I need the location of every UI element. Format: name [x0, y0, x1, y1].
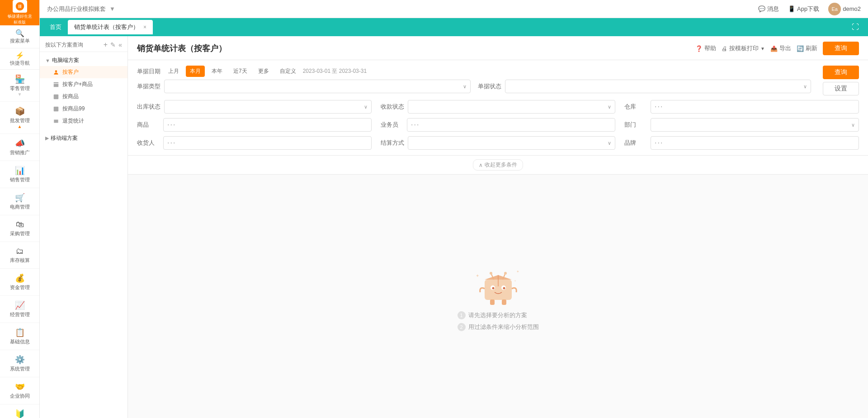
scheme-item-customer[interactable]: 按客户: [40, 66, 127, 78]
svg-point-10: [490, 272, 492, 275]
query-btn[interactable]: 查询: [823, 66, 859, 79]
receipt-status-label: 收款状态: [381, 103, 404, 111]
collapse-label: 收起更多条件: [485, 161, 517, 169]
right-content: 销货单统计表（按客户） ❓ 帮助 🖨 按模板打印 ▼ 📤 导出: [128, 36, 868, 418]
order-status-chevron: ∨: [803, 84, 807, 90]
app-version: 标准版: [14, 19, 26, 25]
brand-control[interactable]: ···: [651, 136, 859, 150]
scheme-group-mobile-label: 移动端方案: [51, 134, 78, 142]
export-btn[interactable]: 📤 导出: [770, 44, 791, 52]
sidebar-item-purchase[interactable]: 🛍 采购管理: [0, 215, 39, 242]
sidebar-item-operations[interactable]: 📈 经营管理: [0, 296, 39, 323]
svg-rect-13: [490, 299, 495, 305]
scheme-item-goods99[interactable]: 按商品99: [40, 103, 127, 115]
arrow-down-icon: ▼: [45, 58, 50, 63]
app-logo: 畅捷通好生意 标准版: [0, 0, 40, 25]
sidebar-item-basic-info[interactable]: 📋 基础信息: [0, 323, 39, 350]
user-profile-btn[interactable]: Ea demo2: [828, 3, 861, 15]
goods-icon: [52, 93, 60, 100]
wholesale-icon: 📦: [15, 106, 25, 116]
date-btn-last-month[interactable]: 上月: [164, 66, 183, 77]
filter-area: 单据日期 上月 本月 本年 近7天 更多 自定义 2023-03-01 至 20…: [128, 60, 868, 156]
svg-text:✦: ✦: [514, 280, 516, 282]
recipient-filter: 收货人 ···: [137, 136, 372, 150]
sidebar-item-label: 销售管理: [10, 176, 30, 183]
date-btn-more[interactable]: 更多: [254, 66, 273, 77]
order-type-filter: 单据类型 ∨: [137, 80, 471, 93]
app-download-btn[interactable]: 📱 App下载: [788, 5, 819, 13]
scheme-group-desktop-header[interactable]: ▼ 电脑端方案: [40, 55, 127, 66]
payment-chevron: ∨: [608, 140, 611, 146]
page-title: 销货单统计表（按客户）: [137, 43, 226, 54]
scheme-collapse-btn[interactable]: «: [118, 41, 122, 48]
sidebar-item-label: 零售管理: [10, 85, 30, 92]
payment-control[interactable]: ∨: [408, 136, 615, 150]
sidebar-item-label: 营销推广: [10, 149, 30, 156]
help-icon: ❓: [695, 45, 703, 52]
sidebar-item-collab[interactable]: 🤝 企业协同: [0, 377, 39, 404]
warehouse-control[interactable]: ···: [651, 100, 859, 114]
out-status-label: 出库状态: [137, 103, 160, 111]
quick-nav-label: 快捷导航: [0, 60, 39, 66]
quick-nav-btn[interactable]: ⚡ 快捷导航: [0, 48, 39, 70]
message-btn[interactable]: 💬 消息: [758, 5, 779, 13]
sidebar-item-finance[interactable]: 💰 资金管理: [0, 269, 39, 296]
sidebar-item-label: 企业协同: [10, 393, 30, 399]
order-status-control[interactable]: ∨: [505, 80, 811, 93]
scheme-item-customer-goods[interactable]: 按客户+商品: [40, 78, 127, 90]
scheme-item-return[interactable]: 退货统计: [40, 115, 127, 127]
tab-home-label: 首页: [50, 23, 61, 31]
date-btn-last-7days[interactable]: 近7天: [229, 66, 251, 77]
sidebar-item-newbie[interactable]: 🔰 新手引导: [0, 404, 39, 418]
filter-row-2: 出库状态 ∨ 收款状态 ∨ 仓库: [137, 100, 859, 114]
template-print-btn[interactable]: 🖨 按模板打印 ▼: [722, 44, 765, 52]
tab-home[interactable]: 首页: [43, 20, 68, 34]
tab-maximize-btn[interactable]: ⛶: [846, 23, 864, 31]
goods-label: 商品: [137, 121, 160, 129]
top-bar-left: 办公用品行业模拟账套 ▼: [47, 5, 115, 13]
sidebar-item-retail[interactable]: 🏪 零售管理 ▼: [0, 70, 39, 102]
message-icon: 💬: [758, 5, 765, 12]
goods-control[interactable]: ···: [163, 118, 372, 132]
dept-control[interactable]: ∨: [651, 118, 859, 132]
query-button[interactable]: 查询: [823, 42, 859, 55]
sidebar-item-wholesale[interactable]: 📦 批发管理 ▲: [0, 102, 39, 134]
avatar-text: Ea: [832, 6, 838, 12]
scheme-header-actions: + ✎ «: [104, 41, 122, 49]
content-area: 按以下方案查询 + ✎ « ▼ 电脑端方案 按客户: [40, 36, 868, 418]
date-btn-custom[interactable]: 自定义: [276, 66, 300, 77]
main-area: 办公用品行业模拟账套 ▼ 💬 消息 📱 App下载 Ea demo2 首页: [40, 0, 868, 418]
help-btn[interactable]: ❓ 帮助: [695, 44, 716, 52]
tab-close-btn[interactable]: ×: [143, 24, 146, 30]
purchase-icon: 🛍: [16, 220, 24, 229]
scheme-edit-btn[interactable]: ✎: [110, 41, 116, 48]
industry-dropdown-icon[interactable]: ▼: [109, 5, 115, 12]
sidebar-item-system[interactable]: ⚙️ 系统管理: [0, 350, 39, 377]
refresh-btn[interactable]: 🔄 刷新: [797, 44, 817, 52]
tab-bar: 首页 销货单统计表（按客户） × ⛶: [40, 18, 868, 36]
brand-label: 品牌: [624, 139, 647, 147]
out-status-control[interactable]: ∨: [164, 100, 372, 114]
order-type-control[interactable]: ∨: [164, 80, 471, 93]
set-btn[interactable]: 设置: [823, 82, 859, 95]
date-btn-this-month[interactable]: 本月: [186, 66, 205, 77]
sidebar-item-ecommerce[interactable]: 🛒 电商管理: [0, 188, 39, 215]
scheme-add-btn[interactable]: +: [104, 41, 108, 49]
customer-goods-icon: [52, 81, 60, 88]
staff-control[interactable]: ···: [407, 118, 615, 132]
empty-state-image: ✦ ✦ ✦: [471, 261, 525, 307]
sidebar-item-inventory[interactable]: 🗂 库存核算: [0, 242, 39, 269]
recipient-control[interactable]: ···: [163, 136, 372, 150]
sidebar-item-marketing[interactable]: 📣 营销推广: [0, 134, 39, 161]
chevron-up-icon: ▲: [18, 124, 22, 129]
brand-filter: 品牌 ···: [624, 136, 859, 150]
scheme-item-goods[interactable]: 按商品: [40, 90, 127, 103]
out-status-chevron: ∨: [364, 104, 368, 110]
search-menu-btn[interactable]: 🔍 搜索菜单: [0, 25, 39, 48]
sidebar-item-sales[interactable]: 📊 销售管理: [0, 161, 39, 188]
scheme-group-mobile-header[interactable]: ▶ 移动端方案: [40, 133, 127, 144]
collapse-more-btn[interactable]: ∧ 收起更多条件: [473, 159, 523, 171]
tab-sales-stats[interactable]: 销货单统计表（按客户） ×: [68, 20, 153, 34]
receipt-status-control[interactable]: ∨: [408, 100, 615, 114]
date-btn-this-year[interactable]: 本年: [208, 66, 226, 77]
